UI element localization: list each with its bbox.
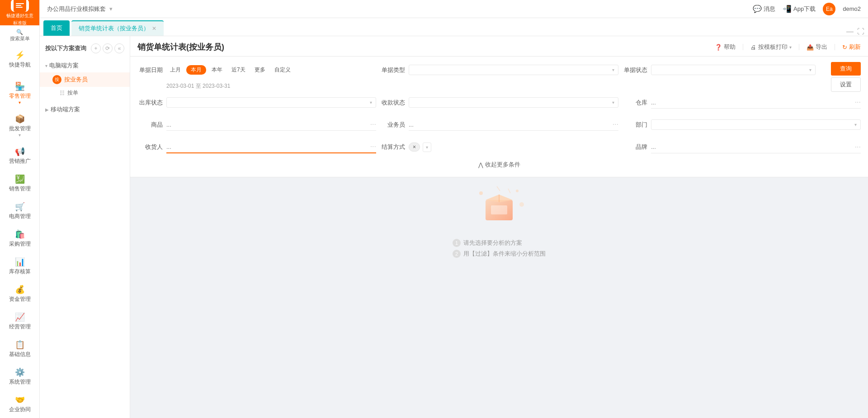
empty-state: 1 请先选择要分析的方案 2 用【过滤】条件来缩小分析范围 bbox=[130, 177, 868, 261]
sidebar-item-ecommerce[interactable]: 🛒 电商管理 bbox=[0, 197, 39, 225]
filter-outstatus-select[interactable]: ▾ bbox=[166, 97, 376, 108]
tab-home-label: 首页 bbox=[51, 24, 62, 32]
tree-parent-mobile[interactable]: ▶ 移动端方案 bbox=[40, 103, 130, 116]
tree-chevron-mobile: ▶ bbox=[45, 107, 49, 112]
top-header: 办公用品行业模拟账套 ▾ 💬 消息 📲 App下载 Ea demo2 bbox=[40, 0, 868, 18]
tree-sub-child-by-order[interactable]: ☷ 按单 bbox=[40, 87, 130, 99]
filter-collectstatus-select[interactable]: ▾ bbox=[409, 97, 618, 108]
date-tab-this-month[interactable]: 本月 bbox=[186, 65, 206, 75]
payment-tag-close[interactable]: × bbox=[413, 144, 416, 150]
filter-docstatus-label: 单据状态 bbox=[622, 66, 647, 74]
filter-department-select[interactable]: ▾ bbox=[651, 119, 861, 130]
payment-dropdown[interactable]: ▾ bbox=[423, 142, 431, 152]
filter-date-label: 单据日期 bbox=[137, 66, 163, 74]
tab-home[interactable]: 首页 bbox=[43, 20, 70, 36]
salesperson-dots[interactable]: ··· bbox=[613, 120, 618, 128]
filter-area: 单据日期 上月 本月 本年 近7天 更多 自定义 bbox=[130, 57, 868, 177]
help-btn[interactable]: ❓ 帮助 bbox=[715, 43, 736, 51]
refresh-label: 刷新 bbox=[849, 43, 861, 51]
filter-payment-item: 结算方式 × ▾ bbox=[380, 138, 618, 156]
sidebar-item-basic[interactable]: 📋 基础信息 bbox=[0, 335, 39, 363]
date-tab-this-year[interactable]: 本年 bbox=[208, 65, 226, 75]
sidebar-item-inventory[interactable]: 📊 库存核算 bbox=[0, 252, 39, 280]
left-panel: 按以下方案查询 + ⟳ « ▾ 电脑端方案 按 按业务员 bbox=[40, 36, 130, 418]
tab-bar: 首页 销货单统计表（按业务员） ✕ — ⛶ bbox=[40, 18, 868, 36]
tree-child-by-salesperson[interactable]: 按 按业务员 bbox=[40, 72, 130, 87]
warehouse-input[interactable] bbox=[651, 99, 853, 106]
tree-parent-desktop[interactable]: ▾ 电脑端方案 bbox=[40, 59, 130, 72]
brand-dots[interactable]: ··· bbox=[855, 143, 861, 151]
left-panel-header: 按以下方案查询 + ⟳ « bbox=[40, 40, 130, 57]
quick-nav-label: 快捷导航 bbox=[9, 61, 31, 69]
salesperson-input[interactable] bbox=[409, 121, 611, 128]
sidebar: 畅捷通好生意 标准版 🔍 搜索菜单 ⚡ 快捷导航 🏪 零售管理 ▾ 📦 批发管理… bbox=[0, 0, 40, 418]
help-icon: ❓ bbox=[715, 44, 722, 51]
date-tab-more[interactable]: 更多 bbox=[251, 65, 269, 75]
app-download-icon: 📲 bbox=[783, 5, 792, 13]
filter-docstatus-select[interactable]: ▾ bbox=[651, 65, 816, 75]
warehouse-dots[interactable]: ··· bbox=[855, 98, 861, 106]
tip-num-1: 1 bbox=[453, 239, 461, 247]
settings-button[interactable]: 设置 bbox=[831, 77, 861, 92]
left-panel-actions: + ⟳ « bbox=[91, 43, 124, 53]
tab-sales-report[interactable]: 销货单统计表（按业务员） ✕ bbox=[71, 20, 164, 36]
tree-mobile-label: 移动端方案 bbox=[51, 105, 80, 114]
lp-collapse-btn[interactable]: « bbox=[114, 43, 124, 53]
sidebar-item-system[interactable]: ⚙️ 系统管理 bbox=[0, 363, 39, 390]
date-tab-custom[interactable]: 自定义 bbox=[271, 65, 294, 75]
sidebar-item-zero-retail[interactable]: 🏪 零售管理 ▾ bbox=[0, 77, 39, 109]
goods-dots[interactable]: ··· bbox=[370, 120, 376, 128]
right-panel: 销货单统计表(按业务员) ❓ 帮助 🖨 按模板打印 ▾ 📤 bbox=[130, 36, 868, 418]
message-btn[interactable]: 💬 消息 bbox=[753, 5, 775, 13]
user-avatar[interactable]: Ea bbox=[823, 3, 835, 15]
print-dropdown-icon[interactable]: ▾ bbox=[789, 45, 792, 50]
sep2 bbox=[799, 44, 799, 50]
date-tab-7days[interactable]: 近7天 bbox=[228, 65, 249, 75]
basic-icon: 📋 bbox=[15, 340, 25, 350]
tree-group-mobile: ▶ 移动端方案 bbox=[40, 101, 130, 118]
sidebar-item-marketing[interactable]: 📢 营销推广 bbox=[0, 142, 39, 170]
salesperson-label: 按业务员 bbox=[64, 76, 88, 84]
search-menu[interactable]: 🔍 搜索菜单 bbox=[0, 25, 39, 46]
refresh-btn[interactable]: ↻ 刷新 bbox=[842, 43, 861, 51]
app-download-btn[interactable]: 📲 App下载 bbox=[783, 5, 816, 13]
sidebar-item-finance[interactable]: 💰 资金管理 bbox=[0, 280, 39, 308]
filter-doctype-select[interactable]: ▾ bbox=[409, 65, 618, 75]
tab-close-icon[interactable]: ✕ bbox=[152, 25, 156, 32]
sidebar-item-enterprise[interactable]: 🤝 企业协同 bbox=[0, 390, 39, 418]
sidebar-item-sales[interactable]: 💹 销售管理 bbox=[0, 170, 39, 197]
sidebar-item-quick-nav[interactable]: ⚡ 快捷导航 bbox=[0, 46, 39, 73]
enterprise-icon: 🤝 bbox=[15, 395, 25, 405]
header-dropdown-icon[interactable]: ▾ bbox=[109, 5, 113, 12]
tab-minimize-btn[interactable]: — bbox=[846, 28, 854, 36]
lp-add-btn[interactable]: + bbox=[91, 43, 101, 53]
print-label: 按模板打印 bbox=[758, 43, 788, 51]
ecommerce-label: 电商管理 bbox=[9, 213, 31, 220]
enterprise-label: 企业协同 bbox=[9, 406, 31, 413]
finance-label: 资金管理 bbox=[9, 295, 31, 303]
tip-num-2: 2 bbox=[453, 250, 461, 258]
svg-point-6 bbox=[516, 190, 519, 192]
collectstatus-dropdown-icon: ▾ bbox=[612, 100, 614, 105]
receiver-input[interactable] bbox=[166, 143, 368, 150]
goods-input[interactable] bbox=[166, 121, 368, 128]
sep1 bbox=[743, 44, 743, 50]
collapse-btn[interactable]: ⋀ 收起更多条件 bbox=[478, 161, 520, 169]
brand-input[interactable] bbox=[651, 143, 853, 150]
user-name[interactable]: demo2 bbox=[843, 5, 861, 12]
receiver-dots[interactable]: ··· bbox=[370, 142, 376, 151]
page-actions: ❓ 帮助 🖨 按模板打印 ▾ 📤 导出 bbox=[715, 43, 861, 51]
export-btn[interactable]: 📤 导出 bbox=[807, 43, 827, 51]
marketing-label: 营销推广 bbox=[9, 157, 31, 165]
query-button[interactable]: 查询 bbox=[831, 62, 861, 76]
inventory-icon: 📊 bbox=[15, 257, 25, 267]
sidebar-item-wholesale[interactable]: 📦 批发管理 ▾ bbox=[0, 109, 39, 142]
sidebar-item-operation[interactable]: 📈 经营管理 bbox=[0, 308, 39, 335]
date-tab-last-month[interactable]: 上月 bbox=[166, 65, 184, 75]
print-btn[interactable]: 🖨 按模板打印 ▾ bbox=[750, 43, 792, 51]
collapse-bar: ⋀ 收起更多条件 bbox=[137, 158, 861, 171]
filter-doctype-item: 单据类型 ▾ bbox=[380, 62, 618, 78]
sidebar-item-purchase[interactable]: 🛍️ 采购管理 bbox=[0, 225, 39, 252]
lp-refresh-btn[interactable]: ⟳ bbox=[103, 43, 113, 53]
tab-maximize-btn[interactable]: ⛶ bbox=[857, 28, 864, 36]
